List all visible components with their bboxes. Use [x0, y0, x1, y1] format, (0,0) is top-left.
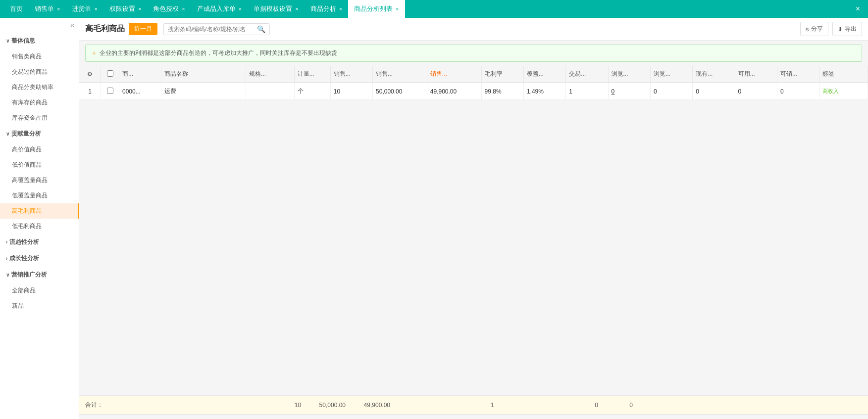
cell-sales-amount: 50,000.00 [373, 83, 427, 100]
col-sales-qty[interactable]: 销售... [330, 66, 372, 83]
nav-item-roles[interactable]: 角色授权 × [147, 0, 191, 18]
sidebar-item-high-value[interactable]: 高价值商品 [0, 142, 79, 157]
nav-close-purchase[interactable]: × [94, 6, 97, 12]
col-unit[interactable]: 计量... [294, 66, 330, 83]
cell-name: 运费 [161, 83, 246, 100]
cell-transaction: 1 [566, 83, 608, 100]
sidebar-group-marketing-arrow: ∨ [6, 272, 9, 278]
table-row: 1 0000... 运费 个 10 50,000.00 49,900.00 99… [79, 83, 868, 100]
sidebar-item-low-coverage[interactable]: 低覆盖量商品 [0, 188, 79, 203]
sidebar-group-marketing[interactable]: ∨ 营销推广分析 [0, 267, 79, 283]
nav-item-home[interactable]: 首页 [4, 0, 29, 18]
sidebar-item-all-goods[interactable]: 全部商品 [0, 283, 79, 298]
col-available[interactable]: 可用... [735, 66, 777, 83]
page-title: 高毛利商品 [85, 24, 125, 34]
content-header: 高毛利商品 近一月 🔍 ⎋ 分享 ⬇ 导出 [79, 18, 868, 41]
footer-current-stock: 0 [563, 402, 598, 409]
cell-index: 1 [79, 83, 101, 100]
sidebar-item-high-margin[interactable]: 高毛利商品 [0, 203, 79, 219]
nav-close-product-analysis[interactable]: × [339, 6, 342, 12]
footer-cells: 10 50,000.00 49,900.00 1 0 0 [115, 402, 862, 409]
cell-sales-qty: 10 [330, 83, 372, 100]
sidebar-item-low-value[interactable]: 低价值商品 [0, 157, 79, 173]
nav-item-template[interactable]: 单据模板设置 × [248, 0, 304, 18]
col-sellable[interactable]: 可销... [777, 66, 819, 83]
col-coverage[interactable]: 覆盖... [523, 66, 565, 83]
sidebar-item-traded-goods[interactable]: 交易过的商品 [0, 64, 79, 80]
col-sales-amount[interactable]: 销售... [373, 66, 427, 83]
sidebar-group-contribution-arrow: ∨ [6, 131, 9, 137]
nav-close-sales[interactable]: × [57, 6, 60, 12]
nav-item-inbound[interactable]: 产成品入库单 × [191, 0, 248, 18]
sidebar-item-category-rate[interactable]: 商品分类助销率 [0, 80, 79, 95]
sidebar-group-contribution[interactable]: ∨ 贡献量分析 [0, 126, 79, 142]
nav-item-purchase[interactable]: 进货单 × [66, 0, 103, 18]
cell-sales-cost: 49,900.00 [427, 83, 481, 100]
cell-available: 0 [735, 83, 777, 100]
col-transaction[interactable]: 交易... [566, 66, 608, 83]
sidebar-item-new-goods[interactable]: 新品 [0, 298, 79, 314]
content-area: 高毛利商品 近一月 🔍 ⎋ 分享 ⬇ 导出 ✧ 企业的主要的利润都是这部分商品创… [79, 18, 868, 419]
data-table-container: ⚙ 商... 商品名称 规格... 计量... 销售... 销售... 销售..… [79, 66, 868, 395]
nav-item-product-analysis[interactable]: 商品分析 × [305, 0, 348, 18]
sidebar-item-sales-goods[interactable]: 销售类商品 [0, 49, 79, 64]
nav-close-inbound[interactable]: × [239, 6, 242, 12]
search-icon[interactable]: 🔍 [257, 25, 265, 33]
nav-item-analysis-list[interactable]: 商品分析列表 × [348, 0, 405, 18]
sidebar-collapse-button[interactable]: « [0, 18, 79, 33]
sidebar-group-trend[interactable]: › 流趋性分析 [0, 234, 79, 250]
col-sales-cost[interactable]: 销售... [427, 66, 481, 83]
sidebar-group-overall[interactable]: ∨ 整体信息 [0, 33, 79, 49]
sidebar-item-high-coverage[interactable]: 高覆盖量商品 [0, 173, 79, 188]
select-all-checkbox[interactable] [107, 70, 113, 77]
info-banner: ✧ 企业的主要的利润都是这部分商品创造的，可考虑加大推广，同时关注库存是不要出现… [85, 45, 862, 62]
col-browse1[interactable]: 浏览... [608, 66, 650, 83]
footer-sales-cost: 49,900.00 [346, 402, 390, 409]
share-icon: ⎋ [806, 26, 809, 33]
col-tag[interactable]: 标签 [819, 66, 868, 83]
horizontal-scrollbar[interactable] [79, 414, 868, 419]
row-checkbox[interactable] [107, 88, 113, 94]
nav-item-permissions[interactable]: 权限设置 × [103, 0, 147, 18]
sidebar-item-in-stock[interactable]: 有库存的商品 [0, 95, 79, 110]
cell-gross-margin: 99.8% [481, 83, 523, 100]
sidebar: « ∨ 整体信息 销售类商品 交易过的商品 商品分类助销率 有库存的商品 库存资… [0, 18, 79, 419]
sidebar-group-growth[interactable]: › 成长性分析 [0, 250, 79, 267]
export-icon: ⬇ [838, 26, 843, 33]
col-spec[interactable]: 规格... [246, 66, 295, 83]
data-table: ⚙ 商... 商品名称 规格... 计量... 销售... 销售... 销售..… [79, 66, 868, 100]
col-name[interactable]: 商品名称 [161, 66, 246, 83]
sidebar-item-low-margin[interactable]: 低毛利商品 [0, 219, 79, 234]
col-current-stock[interactable]: 现有... [693, 66, 735, 83]
cell-browse1[interactable]: 0 [608, 83, 650, 100]
time-filter-month[interactable]: 近一月 [129, 23, 157, 35]
tip-icon: ✧ [92, 50, 97, 57]
nav-close-roles[interactable]: × [182, 6, 185, 12]
window-close-button[interactable]: × [852, 4, 864, 13]
nav-item-sales[interactable]: 销售单 × [29, 0, 66, 18]
col-settings[interactable]: ⚙ [79, 66, 101, 83]
cell-browse2: 0 [650, 83, 692, 100]
cell-current-stock: 0 [693, 83, 735, 100]
sidebar-item-stock-funds[interactable]: 库存资金占用 [0, 110, 79, 126]
col-code[interactable]: 商... [119, 66, 161, 83]
col-checkbox [101, 66, 119, 83]
search-input[interactable] [168, 24, 257, 35]
footer-sales-amount: 50,000.00 [301, 402, 346, 409]
col-gross-margin[interactable]: 毛利率 [481, 66, 523, 83]
nav-close-analysis-list[interactable]: × [396, 6, 399, 12]
col-browse2[interactable]: 浏览... [650, 66, 692, 83]
footer-sales-qty: 10 [266, 402, 301, 409]
export-button[interactable]: ⬇ 导出 [832, 22, 862, 36]
nav-close-permissions[interactable]: × [138, 6, 141, 12]
sidebar-group-overall-arrow: ∨ [6, 38, 9, 44]
cell-sellable: 0 [777, 83, 819, 100]
cell-code: 0000... [119, 83, 161, 100]
nav-close-template[interactable]: × [295, 6, 298, 12]
cell-checkbox [101, 83, 119, 100]
footer-transaction: 1 [460, 402, 494, 409]
cell-coverage: 1.49% [523, 83, 565, 100]
share-button[interactable]: ⎋ 分享 [800, 22, 828, 36]
cell-tag: 高收入 [819, 83, 868, 100]
search-box: 🔍 [163, 23, 270, 35]
